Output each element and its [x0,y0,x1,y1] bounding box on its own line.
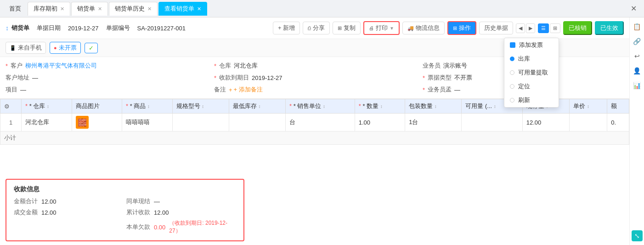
add-note-button[interactable]: + + 添加备注 [229,85,263,94]
same-order-label: 同单现结 [126,197,150,205]
row-spec [172,114,229,131]
next-button[interactable]: ▶ [526,23,535,33]
project-field: 项目 — [6,85,207,94]
row-no: 1 [0,114,22,131]
sidebar-icon-chart[interactable]: 📊 [632,80,643,91]
print-button[interactable]: 🖨 打印 ▼ [363,21,400,35]
sidebar-icon-user[interactable]: 👤 [632,65,643,76]
dropdown-refresh[interactable]: 刷新 [504,93,559,107]
doc-type-label: 销货单 [11,24,29,32]
address-field: 客户地址 — [6,74,207,82]
row-qty: 1.00 [355,114,405,131]
copy-button[interactable]: ⊞ 复制 [333,22,361,34]
deal-amount-item: 成交金额 12.00 [14,208,124,217]
tab-close-sales[interactable]: ✕ [98,6,102,12]
total-amount-value: 12.00 [41,198,56,205]
effective-button[interactable]: 已生效 [595,21,624,35]
col-product-img: 商品图片 [72,99,122,114]
close-button[interactable]: ✕ [627,2,640,15]
col-gear: ⚙ [0,99,22,114]
date-value: 2019-12-27 [68,25,99,32]
tab-close-view[interactable]: ✕ [197,6,201,12]
operate-button[interactable]: ⊞ 操作 [447,21,476,35]
col-spec: 规格型号 ↕ [172,99,229,114]
dropdown-add-invoice[interactable]: 添加发票 [504,38,559,52]
due-item: 本单欠款 0.00 （收款到期日: 2019-12-27） [126,219,236,235]
row-amount: 0. [607,114,629,131]
subtotal-row: 小计 [0,131,629,145]
col-min-stock: 最低库存 ↕ [229,99,285,114]
dropdown-available-qty[interactable]: 可用量提取 [504,66,559,80]
square-icon [510,42,515,48]
dot-hollow-icon [510,70,514,75]
dropdown-locate[interactable]: 定位 [504,80,559,93]
check-button[interactable]: ✓ [85,43,98,53]
tab-view-sales[interactable]: 查看销货单 ✕ [158,2,207,16]
row-min-stock [229,114,285,131]
col-amount: 额 [607,99,629,114]
confirmed-button[interactable]: 已核销 [563,21,592,35]
date-label: 单据日期 [37,24,61,32]
subtotal-label: 小计 [0,131,629,145]
cumulative-item: 累计收款 12.00 [126,208,236,217]
row-warehouse: 河北仓库 [22,114,72,131]
total-amount-label: 金额合计 [14,197,38,205]
row-unit-price [570,114,607,131]
due-date-note: （收款到期日: 2019-12-27） [169,219,236,235]
dot-icon [510,57,514,61]
logistics-button[interactable]: 🚚 物流信息 [402,22,445,34]
same-order-item: 同单现结 — [126,197,236,205]
product-thumbnail: 🧱 [76,116,89,129]
history-button[interactable]: 历史单据 [479,22,513,34]
sidebar-icon-return[interactable]: ↩ [632,51,643,62]
due-value: 0.00 [154,224,165,231]
sidebar-icon-expand[interactable]: ⤡ [632,230,643,241]
dropdown-outbound[interactable]: 出库 [504,52,559,66]
col-warehouse: * * 仓库 ↕ [22,99,72,114]
prev-button[interactable]: ◀ [516,23,525,33]
tab-close-inventory[interactable]: ✕ [60,6,64,12]
deal-amount-value: 12.00 [41,209,56,216]
sidebar-icon-doc[interactable]: 📋 [632,21,643,32]
table-row: 1 河北仓库 🧱 嘻嘻嘻嘻 台 1.00 1台 12.00 [0,114,629,131]
tab-sales[interactable]: 销货单 ✕ [71,2,108,16]
tab-bar: 首页 库存期初 ✕ 销货单 ✕ 销货单历史 ✕ 查看销货单 ✕ ✕ [0,0,644,17]
row-current-stock: 12.00 [522,114,570,131]
not-open-button[interactable]: ● 未开票 [50,42,81,54]
summary-title: 收款信息 [14,185,236,194]
col-product: * * 商品 ↕ [122,99,173,114]
row-sales-unit: 台 [285,114,355,131]
tab-inventory[interactable]: 库存期初 ✕ [28,2,70,16]
deal-amount-label: 成交金额 [14,208,38,217]
col-qty: * * 数量 ↕ [355,99,405,114]
tab-close-history[interactable]: ✕ [147,6,152,12]
cumulative-label: 累计收款 [126,208,150,217]
same-order-value: — [154,198,160,205]
view-btns: ☰ ⊞ [538,23,560,33]
view-list-button[interactable]: ☰ [538,23,549,33]
total-amount-item: 金额合计 12.00 [14,197,124,205]
view-grid-button[interactable]: ⊞ [550,23,560,33]
col-pack-qty: 包装数量 ↕ [405,99,462,114]
sidebar-icon-link[interactable]: 🔗 [632,36,643,47]
warehouse-field: * 仓库 河北仓库 [214,62,415,70]
no-label: 单据编号 [106,24,130,32]
from-phone-button[interactable]: 📱 来自手机 [6,42,46,54]
share-button[interactable]: ⎙ 分享 [303,22,330,34]
doc-title: ↕ 销货单 [6,24,29,32]
nav-arrows: ◀ ▶ [516,23,535,33]
tab-sales-history[interactable]: 销货单历史 ✕ [109,2,158,16]
doc-icon: ↕ [6,24,9,32]
due-label: 本单欠款 [126,223,150,231]
dot-hollow-icon-2 [510,84,514,89]
note-field: 备注 + + 添加备注 [214,85,415,94]
summary-panel: 收款信息 金额合计 12.00 同单现结 — 成交金额 12.00 累计收款 1… [6,179,244,241]
right-sidebar: 📋 🔗 ↩ 👤 📊 ⤡ [629,17,644,245]
new-button[interactable]: + 新增 [273,22,300,34]
doc-actions: + 新增 ⎙ 分享 ⊞ 复制 🖨 打印 ▼ 🚚 物流信息 [273,21,624,35]
dot-hollow-icon-3 [510,98,514,103]
summary-grid: 金额合计 12.00 同单现结 — 成交金额 12.00 累计收款 12.00 [14,197,236,235]
tab-home[interactable]: 首页 [4,2,27,16]
dropdown-popup: 添加发票 出库 可用量提取 定位 刷新 [504,38,559,108]
row-product-img: 🧱 [72,114,122,131]
